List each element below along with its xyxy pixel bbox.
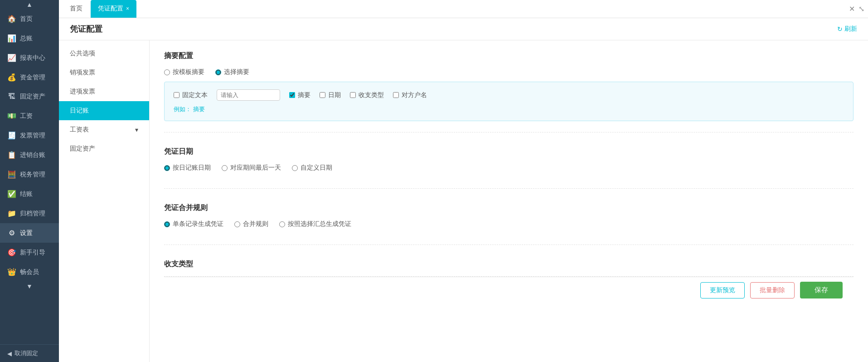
radio-merge-label: 合并规则 [243,220,268,228]
summary-config-title: 摘要配置 [164,51,853,61]
sidebar-item-settlement[interactable]: ✅ 结账 [0,184,59,204]
left-nav-item-sales-invoice[interactable]: 销项发票 [59,63,149,82]
sidebar-item-tax-management[interactable]: 🧮 税务管理 [0,165,59,184]
tab-voucher-config[interactable]: 凭证配置 × [91,0,136,18]
tab-bar-actions: ✕ ⤡ [849,5,864,13]
pin-icon: ◀ [7,350,12,357]
date-label: 日期 [328,91,341,99]
radio-single-label: 单条记录生成凭证 [173,220,223,228]
radio-last-day-input[interactable] [222,165,228,171]
refresh-button[interactable]: ↻ 刷新 [837,25,857,33]
sidebar-item-label: 固定资产 [20,93,45,101]
income-expense-label: 收支类型 [359,91,384,99]
page-title: 凭证配置 [70,24,102,34]
left-nav-item-public-options[interactable]: 公共选项 [59,44,149,63]
tab-voucher-config-label: 凭证配置 [98,5,123,13]
sidebar-item-payroll[interactable]: 💵 工资 [0,106,59,126]
radio-select-summary[interactable]: 选择摘要 [215,68,249,76]
body-layout: 公共选项 销项发票 进项发票 日记账 工资表 ▾ 固定资产 [59,40,868,362]
sidebar-item-settings[interactable]: ⚙ 设置 [0,223,59,243]
settlement-icon: ✅ [7,190,16,198]
fixed-text-input[interactable] [217,89,280,101]
checkbox-income-expense[interactable]: 收支类型 [350,91,384,99]
sidebar-item-general-ledger[interactable]: 📊 总账 [0,29,59,48]
checkbox-counterparty[interactable]: 对方户名 [393,91,427,99]
summary-label: 摘要 [298,91,310,99]
summary-checkboxes: 固定文本 摘要 日期 [174,89,844,101]
general-ledger-icon: 📊 [7,34,16,43]
radio-journal-date-input[interactable] [164,165,170,171]
sidebar-item-report-center[interactable]: 📈 报表中心 [0,48,59,68]
fixed-text-label: 固定文本 [182,91,208,99]
radio-select-label: 选择摘要 [224,68,249,76]
resize-window-icon[interactable]: ⤡ [858,5,864,13]
sidebar-item-label: 报表中心 [20,54,45,62]
checkbox-date-input[interactable] [320,92,325,98]
checkbox-fixed-text[interactable]: 固定文本 [174,91,208,99]
bottom-action-bar: 更新预览 批量删除 保存 [164,277,853,303]
sidebar-item-label: 结账 [20,190,33,198]
radio-custom-date-input[interactable] [292,165,298,171]
sidebar-item-home[interactable]: 🏠 首页 [0,9,59,29]
left-nav: 公共选项 销项发票 进项发票 日记账 工资表 ▾ 固定资产 [59,40,150,362]
sidebar-item-archive-management[interactable]: 📁 归档管理 [0,204,59,223]
left-nav-item-journal[interactable]: 日记账 [59,101,149,120]
chevron-down-icon: ▾ [135,126,138,133]
radio-template-input[interactable] [164,69,170,75]
checkbox-date[interactable]: 日期 [320,91,341,99]
left-nav-item-payroll-table[interactable]: 工资表 ▾ [59,120,149,139]
voucher-date-title: 凭证日期 [164,147,853,157]
radio-template-summary[interactable]: 按模板摘要 [164,68,204,76]
radio-summary-voucher[interactable]: 按照选择汇总生成凭证 [279,220,351,228]
voucher-merge-radio-row: 单条记录生成凭证 合并规则 按照选择汇总生成凭证 [164,220,853,228]
radio-single-voucher[interactable]: 单条记录生成凭证 [164,220,223,228]
sidebar-item-vip-member[interactable]: 👑 畅会员 [0,262,59,282]
save-button[interactable]: 保存 [800,282,843,298]
summary-radio-row: 按模板摘要 选择摘要 [164,68,853,76]
checkbox-summary[interactable]: 摘要 [289,91,310,99]
close-window-icon[interactable]: ✕ [849,5,855,13]
sidebar-item-invoice-management[interactable]: 🧾 发票管理 [0,126,59,145]
sidebar-item-purchase-sales[interactable]: 📋 进销台账 [0,145,59,165]
example-prefix: 例如： [174,106,191,113]
tab-close-icon[interactable]: × [126,5,129,12]
sidebar-item-fund-management[interactable]: 💰 资金管理 [0,68,59,87]
update-preview-button[interactable]: 更新预览 [700,282,745,298]
sidebar-scroll-up[interactable]: ▲ [0,0,59,9]
radio-single-input[interactable] [164,221,170,227]
batch-delete-button[interactable]: 批量删除 [750,282,795,298]
checkbox-counterparty-input[interactable] [393,92,399,98]
radio-last-day[interactable]: 对应期间最后一天 [222,164,281,172]
tab-home[interactable]: 首页 [63,0,90,18]
left-nav-item-fixed-assets-nav[interactable]: 固定资产 [59,139,149,158]
sidebar-item-label: 资金管理 [20,73,45,82]
income-expense-section: 收支类型 [164,259,853,277]
summary-config-section: 摘要配置 按模板摘要 选择摘要 [164,51,853,132]
left-nav-item-purchase-invoice[interactable]: 进项发票 [59,82,149,101]
radio-custom-date[interactable]: 自定义日期 [292,164,332,172]
right-content: 摘要配置 按模板摘要 选择摘要 [150,40,868,362]
radio-summary-input[interactable] [279,221,285,227]
settings-icon: ⚙ [7,229,16,237]
radio-merge-rule[interactable]: 合并规则 [234,220,268,228]
checkbox-income-expense-input[interactable] [350,92,356,98]
cancel-pin-button[interactable]: ◀ 取消固定 [0,344,59,362]
radio-select-input[interactable] [215,69,221,75]
sidebar-item-label: 新手引导 [20,249,45,257]
checkbox-fixed-text-input[interactable] [174,92,179,98]
radio-custom-date-label: 自定义日期 [301,164,332,172]
left-nav-label: 工资表 [70,126,89,134]
left-nav-label: 销项发票 [70,68,95,77]
report-center-icon: 📈 [7,54,16,62]
refresh-label: 刷新 [844,25,857,33]
radio-journal-date[interactable]: 按日记账日期 [164,164,211,172]
sidebar-item-newbie-guide[interactable]: 🎯 新手引导 [0,243,59,262]
invoice-icon: 🧾 [7,131,16,140]
sidebar-item-label: 畅会员 [20,268,39,276]
sidebar-scroll-down[interactable]: ▼ [0,282,59,291]
radio-merge-input[interactable] [234,221,240,227]
tax-icon: 🧮 [7,170,16,179]
sidebar-item-label: 进销台账 [20,151,45,159]
checkbox-summary-input[interactable] [289,92,295,98]
sidebar-item-fixed-assets[interactable]: 🏗 固定资产 [0,87,59,106]
